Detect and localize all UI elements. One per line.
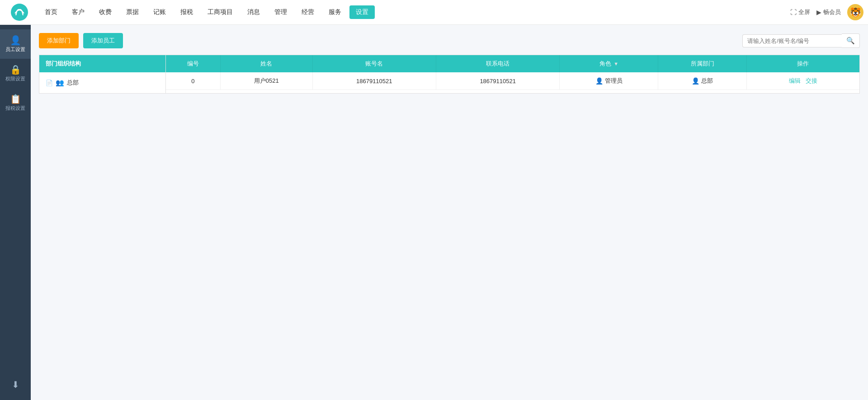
role-icon: 👤 — [595, 77, 603, 85]
member-label: 畅会员 — [823, 8, 841, 16]
nav-fee[interactable]: 收费 — [93, 5, 118, 19]
add-employee-button[interactable]: 添加员工 — [83, 33, 123, 48]
nav-items: 首页 客户 收费 票据 记账 报税 工商项目 消息 管理 经营 服务 设置 — [34, 5, 790, 19]
sidebar-bottom-button[interactable]: ⬇ — [0, 374, 31, 395]
video-icon: ▶ — [816, 9, 821, 16]
sidebar-item-employee[interactable]: 👤 员工设置 — [0, 29, 31, 59]
logo — [5, 4, 34, 21]
col-header-dept: 所属部门 — [658, 55, 746, 72]
col-header-role: 角色 ▼ — [560, 55, 658, 72]
file-icon: 📄 — [46, 80, 53, 86]
nav-manage[interactable]: 管理 — [268, 5, 293, 19]
nav-operation[interactable]: 经营 — [295, 5, 321, 19]
cell-phone: 18679110521 — [436, 72, 559, 90]
lock-icon: 🔒 — [10, 65, 21, 74]
employee-icon: 👤 — [10, 36, 21, 45]
dept-tree-header: 部门组织结构 — [39, 55, 165, 72]
cell-name: 用户0521 — [220, 72, 312, 90]
add-dept-button[interactable]: 添加部门 — [39, 33, 79, 48]
cell-action: 编辑 交接 — [746, 72, 859, 90]
handover-link[interactable]: 交接 — [806, 77, 817, 84]
table-header-row: 编号 姓名 账号名 联系电话 角色 ▼ 所属部门 操作 — [166, 55, 859, 72]
dept-tree-item-root[interactable]: 📄 👥 总部 — [46, 77, 159, 89]
download-icon: ⬇ — [12, 380, 19, 389]
sidebar: 👤 员工设置 🔒 权限设置 📋 报税设置 ⬇ — [0, 25, 31, 400]
sidebar-permission-label: 权限设置 — [5, 76, 25, 82]
dept-name: 总部 — [67, 79, 79, 87]
nav-service[interactable]: 服务 — [322, 5, 348, 19]
main-layout: 👤 员工设置 🔒 权限设置 📋 报税设置 ⬇ 添加部门 添加员工 🔍 — [0, 25, 868, 400]
svg-point-0 — [11, 4, 28, 21]
member-button[interactable]: ▶ 畅会员 — [816, 8, 841, 16]
toolbar: 添加部门 添加员工 🔍 — [39, 33, 860, 48]
nav-business[interactable]: 工商项目 — [201, 5, 239, 19]
dept-tree: 部门组织结构 📄 👥 总部 — [39, 55, 166, 93]
sidebar-employee-label: 员工设置 — [5, 47, 25, 52]
role-filter-icon[interactable]: ▼ — [613, 61, 618, 66]
nav-message[interactable]: 消息 — [241, 5, 266, 19]
fullscreen-label: 全屏 — [798, 8, 810, 16]
fullscreen-button[interactable]: ⛶ 全屏 — [790, 8, 810, 16]
nav-invoice[interactable]: 票据 — [120, 5, 145, 19]
sidebar-bottom: ⬇ — [0, 374, 31, 400]
col-header-account: 账号名 — [312, 55, 436, 72]
table-wrapper: 部门组织结构 📄 👥 总部 编号 姓名 账号名 — [39, 55, 860, 94]
dept-tree-body: 📄 👥 总部 — [39, 72, 165, 93]
col-header-name: 姓名 — [220, 55, 312, 72]
search-button[interactable]: 🔍 — [842, 33, 860, 48]
nav-settings[interactable]: 设置 — [349, 5, 375, 19]
dept-person-icon: 👤 — [692, 77, 699, 85]
nav-accounting[interactable]: 记账 — [147, 5, 172, 19]
fullscreen-icon: ⛶ — [790, 9, 797, 16]
nav-right: ⛶ 全屏 ▶ 畅会员 🐯 — [790, 4, 863, 20]
sidebar-item-tax-settings[interactable]: 📋 报税设置 — [0, 88, 31, 118]
nav-home[interactable]: 首页 — [38, 5, 64, 19]
cell-dept: 👤 总部 — [658, 72, 746, 90]
col-header-id: 编号 — [166, 55, 220, 72]
nav-customer[interactable]: 客户 — [66, 5, 91, 19]
cell-id: 0 — [166, 72, 220, 90]
dept-tag: 👤 总部 — [692, 77, 713, 85]
group-icon: 👥 — [56, 79, 64, 87]
col-header-phone: 联系电话 — [436, 55, 559, 72]
search-area: 🔍 — [742, 33, 860, 48]
table-row: 0 用户0521 18679110521 18679110521 👤 管理员 — [166, 72, 859, 90]
top-nav: 首页 客户 收费 票据 记账 报税 工商项目 消息 管理 经营 服务 设置 ⛶ … — [0, 0, 868, 25]
edit-link[interactable]: 编辑 — [789, 77, 801, 84]
employee-table: 编号 姓名 账号名 联系电话 角色 ▼ 所属部门 操作 — [166, 55, 859, 93]
search-input[interactable] — [742, 34, 842, 47]
employee-data-table: 编号 姓名 账号名 联系电话 角色 ▼ 所属部门 操作 — [166, 55, 859, 90]
sidebar-item-permission[interactable]: 🔒 权限设置 — [0, 59, 31, 88]
sidebar-tax-label: 报税设置 — [5, 105, 25, 111]
role-tag: 👤 管理员 — [595, 77, 623, 85]
user-avatar[interactable]: 🐯 — [847, 4, 863, 20]
cell-account: 18679110521 — [312, 72, 436, 90]
nav-tax[interactable]: 报税 — [174, 5, 199, 19]
cell-role: 👤 管理员 — [560, 72, 658, 90]
content-area: 添加部门 添加员工 🔍 部门组织结构 📄 👥 总部 — [31, 25, 868, 400]
tax-settings-icon: 📋 — [10, 94, 21, 104]
col-header-action: 操作 — [746, 55, 859, 72]
